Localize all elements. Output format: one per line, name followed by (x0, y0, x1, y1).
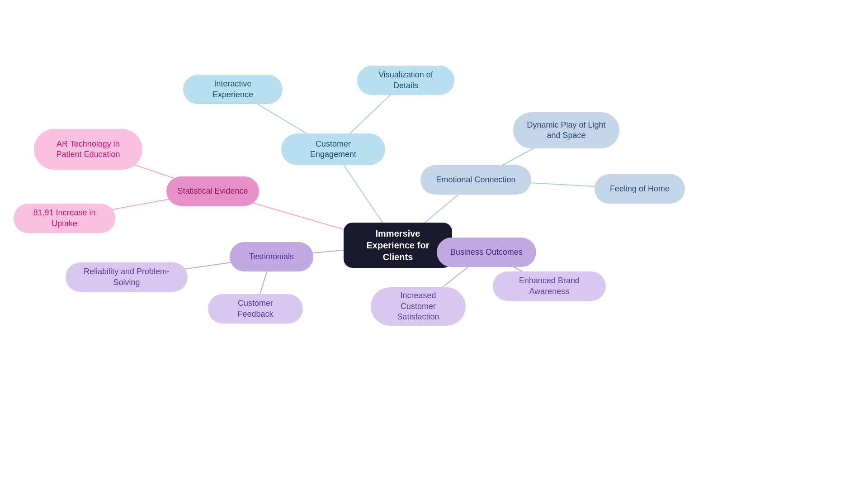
node-ar-technology: AR Technology in Patient Education (34, 129, 142, 170)
node-reliability: Reliability and Problem-Solving (66, 262, 188, 292)
node-customer-engagement: Customer Engagement (281, 133, 385, 165)
node-dynamic-play: Dynamic Play of Light and Space (513, 112, 619, 148)
node-statistical-evidence: Statistical Evidence (166, 176, 259, 206)
node-testimonials: Testimonials (230, 242, 313, 271)
node-center: Immersive Experience for Clients (344, 223, 452, 268)
node-increased-customer: Increased Customer Satisfaction (371, 287, 466, 326)
node-business-outcomes: Business Outcomes (437, 238, 536, 267)
node-feeling-home: Feeling of Home (594, 174, 685, 204)
node-enhanced-brand: Enhanced Brand Awareness (493, 271, 606, 301)
mindmap-container: Immersive Experience for ClientsCustomer… (0, 0, 868, 490)
node-interactive-experience: Interactive Experience (183, 75, 283, 104)
node-increase-uptake: 81.91 Increase in Uptake (14, 204, 115, 233)
node-emotional-connection: Emotional Connection (420, 165, 531, 195)
node-customer-feedback: Customer Feedback (208, 294, 303, 323)
node-visualization-details: Visualization of Details (357, 66, 454, 95)
